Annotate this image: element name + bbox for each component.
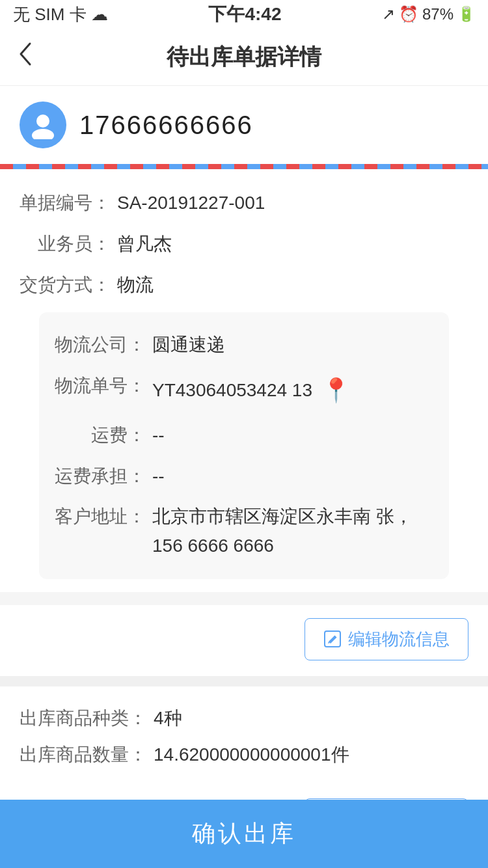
logistics-address-value: 北京市市辖区海淀区永丰南 张，156 6666 6666 xyxy=(152,502,433,561)
document-no-row: 单据编号： SA-20191227-001 xyxy=(20,189,468,218)
logistics-company-row: 物流公司： 圆通速递 xyxy=(55,331,433,360)
logistics-company-value: 圆通速递 xyxy=(152,331,433,360)
page-title: 待出库单据详情 xyxy=(167,42,321,72)
sales-person-value: 曾凡杰 xyxy=(117,230,468,259)
logistics-freight-value: -- xyxy=(152,421,433,450)
logistics-freight-bearer-value: -- xyxy=(152,462,433,491)
logistics-tracking-row: 物流单号： YT43064053424 13 📍 xyxy=(55,372,433,409)
confirm-outbound-button[interactable]: 确认出库 xyxy=(192,818,296,850)
logistics-freight-bearer-row: 运费承担： -- xyxy=(55,462,433,491)
goods-category-label: 出库商品种类： xyxy=(20,706,147,731)
sales-person-row: 业务员： 曾凡杰 xyxy=(20,230,468,259)
edit-btn-row: 编辑物流信息 xyxy=(0,605,488,676)
battery-icon: 🔋 xyxy=(457,6,475,23)
user-phone: 17666666666 xyxy=(79,111,253,140)
status-bar: 无 SIM 卡 ☁ 下午4:42 ↗ ⏰ 87% 🔋 xyxy=(0,0,488,29)
edit-logistics-label: 编辑物流信息 xyxy=(348,628,450,651)
delivery-method-label: 交货方式： xyxy=(20,271,111,300)
logistics-tracking-value: YT43064053424 13 📍 xyxy=(152,372,433,409)
goods-quantity-row: 出库商品数量： 14.620000000000001件 xyxy=(20,742,468,767)
goods-section: 出库商品种类： 4种 出库商品数量： 14.620000000000001件 xyxy=(0,686,488,792)
user-header: 17666666666 xyxy=(0,86,488,164)
back-button[interactable] xyxy=(18,41,34,73)
battery-status: 87% xyxy=(422,5,454,23)
goods-quantity-label: 出库商品数量： xyxy=(20,742,147,767)
document-no-value: SA-20191227-001 xyxy=(117,189,468,218)
logistics-address-row: 客户地址： 北京市市辖区海淀区永丰南 张，156 6666 6666 xyxy=(55,502,433,561)
alarm-icon: ⏰ xyxy=(399,5,418,23)
section-separator xyxy=(0,676,488,686)
basic-info-section: 单据编号： SA-20191227-001 业务员： 曾凡杰 交货方式： 物流 … xyxy=(0,169,488,592)
svg-point-1 xyxy=(32,129,54,139)
sim-status: 无 SIM 卡 ☁ xyxy=(13,3,108,26)
status-right: ↗ ⏰ 87% 🔋 xyxy=(382,5,475,23)
delivery-method-value: 物流 xyxy=(117,271,468,300)
nav-bar: 待出库单据详情 xyxy=(0,29,488,86)
edit-icon xyxy=(323,630,342,648)
delivery-method-row: 交货方式： 物流 xyxy=(20,271,468,300)
logistics-tracking-label: 物流单号： xyxy=(55,372,146,401)
goods-category-row: 出库商品种类： 4种 xyxy=(20,706,468,731)
svg-point-0 xyxy=(36,115,49,128)
confirm-btn-container: 确认出库 xyxy=(0,800,488,868)
document-no-label: 单据编号： xyxy=(20,189,111,218)
goods-category-value: 4种 xyxy=(154,706,182,731)
status-left: 无 SIM 卡 ☁ xyxy=(13,3,108,26)
location-icon-status: ↗ xyxy=(382,5,395,23)
logistics-freight-row: 运费： -- xyxy=(55,421,433,450)
avatar xyxy=(20,102,66,148)
map-pin-icon[interactable]: 📍 xyxy=(321,372,351,409)
logistics-address-label: 客户地址： xyxy=(55,502,146,532)
status-time: 下午4:42 xyxy=(208,2,281,27)
dashed-divider xyxy=(0,164,488,169)
sales-person-label: 业务员： xyxy=(20,230,111,259)
logistics-company-label: 物流公司： xyxy=(55,331,146,360)
goods-quantity-value: 14.620000000000001件 xyxy=(154,742,349,767)
logistics-card: 物流公司： 圆通速递 物流单号： YT43064053424 13 📍 运费： … xyxy=(39,312,449,579)
logistics-freight-label: 运费： xyxy=(55,421,146,450)
edit-logistics-button[interactable]: 编辑物流信息 xyxy=(305,618,468,660)
logistics-freight-bearer-label: 运费承担： xyxy=(55,462,146,491)
